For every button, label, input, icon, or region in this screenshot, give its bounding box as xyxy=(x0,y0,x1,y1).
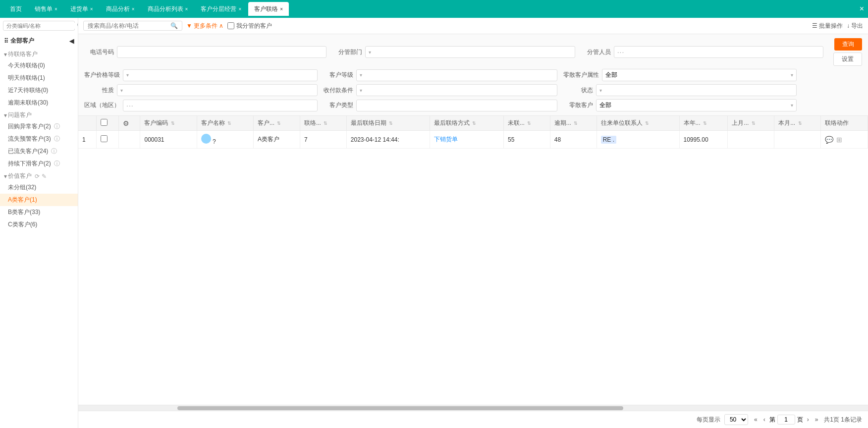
col-contacts-header[interactable]: 往来单位联系人 ⇅ xyxy=(597,116,679,131)
col-code-header[interactable]: 客户编码 ⇅ xyxy=(140,116,197,131)
person-field: 分管人员 ··· xyxy=(581,46,823,58)
home-tab[interactable]: 首页 xyxy=(4,5,28,13)
customer-level-label: 客户等级 xyxy=(324,71,353,79)
edit-icon[interactable]: ✎ xyxy=(42,173,47,180)
price-level-field: 客户价格等级 ▾ xyxy=(84,69,318,81)
qr-icon[interactable]: ⊞ xyxy=(836,136,842,144)
person-input[interactable]: ··· xyxy=(614,46,823,58)
tab-customer-contact[interactable]: 客户联络 × xyxy=(248,2,289,16)
status-select[interactable]: ▾ xyxy=(596,84,797,96)
row-cb[interactable] xyxy=(101,135,108,142)
all-customers-header[interactable]: ⠿ 全部客户 ◀ xyxy=(0,34,78,48)
payment-select[interactable]: ▾ xyxy=(356,84,557,96)
prev-page-btn[interactable]: ‹ xyxy=(761,415,767,424)
overdue-contact-item[interactable]: 逾期未联络(30) xyxy=(0,97,78,109)
batch-op-btn[interactable]: ☰ 批量操作 xyxy=(812,22,843,30)
retail-attr-select[interactable]: 全部 ▾ xyxy=(602,69,797,81)
last-page-btn[interactable]: » xyxy=(813,415,820,424)
col-settings-header[interactable]: ⚙ xyxy=(118,116,140,131)
b-class-item[interactable]: B类客户(33) xyxy=(0,206,78,218)
setting-btn[interactable]: 设置 xyxy=(833,53,862,66)
batch-icon: ☰ xyxy=(812,22,817,29)
tab-product-analysis[interactable]: 商品分析 × xyxy=(100,2,141,16)
value-customers-group[interactable]: ▾ 价值客户 ⟳ ✎ xyxy=(0,170,78,181)
declining-item[interactable]: 持续下滑客户(2) ⓘ xyxy=(0,158,78,170)
my-customers-cb[interactable] xyxy=(227,22,234,29)
problem-customers-group[interactable]: ▾ 问题客户 xyxy=(0,109,78,120)
close-sales-tab[interactable]: × xyxy=(54,6,57,12)
col-last-method-header[interactable]: 最后联络方式 ⇅ xyxy=(430,116,503,131)
last-method-link[interactable]: 下销货单 xyxy=(434,136,458,143)
more-filters-btn[interactable]: ▼ 更多条件 ∧ xyxy=(186,22,223,30)
customer-level-select[interactable]: ▾ xyxy=(356,69,557,81)
col-no-contact-header[interactable]: 未联... ⇅ xyxy=(503,116,550,131)
region-input[interactable]: ··· xyxy=(123,100,318,111)
select-all-cb[interactable] xyxy=(101,119,108,126)
col-type-header[interactable]: 客户... ⇅ xyxy=(254,116,300,131)
retail-customer-select[interactable]: 全部 ▾ xyxy=(596,99,797,111)
next-page-btn[interactable]: › xyxy=(805,415,811,424)
waiting-contact-group[interactable]: ▾ 待联络客户 xyxy=(0,48,78,59)
unclassified-item[interactable]: 未分组(32) xyxy=(0,181,78,194)
week-contact-item[interactable]: 近7天待联络(0) xyxy=(0,84,78,97)
first-page-btn[interactable]: « xyxy=(752,415,760,424)
chevron-down-icon8: ▾ xyxy=(791,103,793,108)
query-btn[interactable]: 查询 xyxy=(834,38,862,51)
page-input[interactable] xyxy=(777,415,795,425)
col-last-date-header[interactable]: 最后联络日期 ⇅ xyxy=(346,116,430,131)
tomorrow-contact-item[interactable]: 明天待联络(1) xyxy=(0,72,78,84)
horizontal-scrollbar[interactable] xyxy=(78,405,868,411)
main-search-input[interactable] xyxy=(88,22,168,29)
close-list-tab[interactable]: × xyxy=(185,6,188,12)
tab-product-list[interactable]: 商品分析列表 × xyxy=(142,2,194,16)
row-this-year: 10995.00 xyxy=(679,131,728,149)
sidebar-search-input[interactable] xyxy=(6,23,75,29)
refresh-icon[interactable]: ⟳ xyxy=(35,173,40,180)
close-purchase-tab[interactable]: × xyxy=(90,6,93,12)
churn-warning-item[interactable]: 流失预警客户(3) ⓘ xyxy=(0,133,78,145)
today-contact-item[interactable]: 今天待联络(0) xyxy=(0,59,78,72)
nature-select[interactable]: ▾ xyxy=(117,84,318,96)
page-size-select[interactable]: 50 xyxy=(724,414,748,425)
export-btn[interactable]: ↓ 导出 xyxy=(847,22,863,30)
main-search-box[interactable]: 🔍 xyxy=(83,21,182,31)
tab-customer-segment[interactable]: 客户分层经营 × xyxy=(195,2,247,16)
c-class-item[interactable]: C类客户(6) xyxy=(0,218,78,231)
col-this-year-header[interactable]: 本年... ⇅ xyxy=(679,116,728,131)
col-checkbox-header[interactable] xyxy=(96,116,118,131)
info-icon3: ⓘ xyxy=(51,147,57,156)
a-class-item[interactable]: A类客户(1) xyxy=(0,194,78,206)
collapse-icon[interactable]: ◀ xyxy=(69,38,74,45)
tab-purchase[interactable]: 进货单 × xyxy=(64,2,99,16)
col-contact-header[interactable]: 联络... ⇅ xyxy=(300,116,346,131)
tab-sales[interactable]: 销售单 × xyxy=(29,2,63,16)
col-this-month-header[interactable]: 本月... ⇅ xyxy=(774,116,821,131)
dept-select[interactable]: ▾ xyxy=(365,46,575,58)
close-contact-tab[interactable]: × xyxy=(280,6,283,12)
close-all-tabs[interactable]: × xyxy=(860,4,864,13)
message-icon[interactable]: 💬 xyxy=(825,136,833,144)
phone-input[interactable] xyxy=(117,46,326,58)
search-icon[interactable]: 🔍 xyxy=(170,22,178,29)
col-overdue-header[interactable]: 逾期... ⇅ xyxy=(550,116,597,131)
row-checkbox[interactable] xyxy=(96,131,118,149)
chevron-down-icon3: ▾ xyxy=(360,72,362,78)
top-nav: 首页 销售单 × 进货单 × 商品分析 × 商品分析列表 × 客户分层经营 × … xyxy=(0,0,868,18)
dept-field: 分管部门 ▾ xyxy=(332,46,575,58)
my-customers-checkbox[interactable]: 我分管的客户 xyxy=(227,22,272,30)
settings-icon[interactable]: ⚙ xyxy=(123,119,129,127)
churned-item[interactable]: 已流失客户(24) ⓘ xyxy=(0,145,78,158)
col-name-header[interactable]: 客户名称 ⇅ xyxy=(197,116,253,131)
price-level-select[interactable]: ▾ xyxy=(123,69,318,81)
row-action: 💬 ⊞ xyxy=(821,131,868,149)
sidebar-search-box[interactable]: 🔍 xyxy=(3,21,75,31)
close-analysis-tab[interactable]: × xyxy=(132,6,135,12)
row-last-method[interactable]: 下销货单 xyxy=(430,131,503,149)
status-field: 状态 ▾ xyxy=(563,84,797,96)
col-last-month-header[interactable]: 上月... ⇅ xyxy=(728,116,774,131)
footer: 每页显示 50 « ‹ 第 页 › » 共1页 1条记录 xyxy=(78,411,868,428)
repurchase-abnormal-item[interactable]: 回购异常客户(2) ⓘ xyxy=(0,120,78,133)
customer-type-input[interactable] xyxy=(356,100,557,111)
sort-this-month-icon: ⇅ xyxy=(798,121,802,126)
close-segment-tab[interactable]: × xyxy=(238,6,241,12)
